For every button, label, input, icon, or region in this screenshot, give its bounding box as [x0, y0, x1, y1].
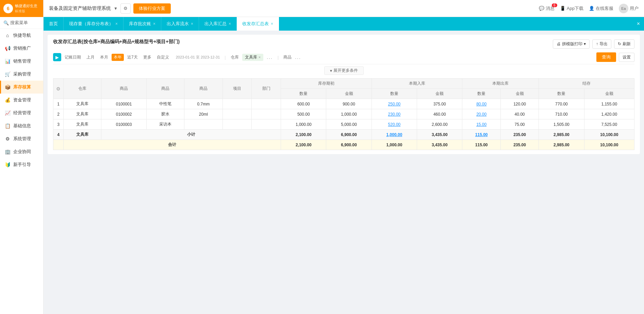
tab-in-out-summary-close[interactable]: × [229, 21, 231, 26]
sidebar: 6 畅捷通好生意 标准版 🔍 搜索菜单 ⌂ 快捷导航 📢 营销推广 📊 销售管理… [0, 0, 44, 314]
logo-title: 畅捷通好生意 [15, 3, 37, 9]
online-service-button[interactable]: 👤 在线客服 [589, 5, 613, 12]
message-icon: 💬 [539, 6, 544, 11]
row-in-qty[interactable]: 520.00 [371, 119, 417, 130]
expand-button[interactable]: ▾ 展开更多条件 [324, 66, 364, 75]
settings-button[interactable]: ⚙ [120, 3, 131, 14]
tab-stock-dist-close[interactable]: × [115, 21, 118, 26]
sidebar-item-label: 营销推广 [13, 45, 31, 51]
tab-in-out-flow-close[interactable]: × [191, 21, 193, 26]
tab-stock-dist[interactable]: 现存量（库存分布表） × [64, 17, 123, 31]
subtotal-row: 4 文具库 小计 2,100.00 6,900.00 1,000.00 3,43… [53, 130, 634, 140]
row-out-qty[interactable]: 15.00 [462, 119, 500, 130]
print-button[interactable]: 🖨 拼模版打印 ▾ [553, 39, 590, 49]
export-icon: ↑ [596, 42, 598, 46]
message-button[interactable]: 💬 消息 6 [539, 5, 555, 12]
row-out-qty[interactable]: 80.00 [462, 99, 500, 109]
print-label: 拼模版打印 [562, 41, 582, 47]
row-no: 1 [53, 99, 64, 109]
col-setting-header[interactable]: ⚙ [53, 79, 64, 99]
row-in-qty[interactable]: 230.00 [371, 109, 417, 119]
row-goods-code: 0100001 [101, 99, 146, 109]
app-download-button[interactable]: 📱 App下载 [560, 5, 583, 12]
table-row: 2 文具库 0100002 胶水 20ml 500.00 1,000.00 23… [53, 109, 634, 119]
refresh-button[interactable]: ↻ 刷新 [614, 39, 634, 49]
row-opening-qty: 500.00 [281, 109, 326, 119]
subtotal-no: 4 [53, 130, 64, 140]
date-opt-this-year[interactable]: 本年 [112, 54, 124, 61]
tab-stock-dist-label: 现存量（库存分布表） [69, 21, 113, 27]
tab-in-out-summary[interactable]: 出入库汇总 × [199, 17, 237, 31]
guide-icon: 🔰 [4, 162, 11, 167]
sidebar-item-basic[interactable]: 📋 基础信息 [0, 119, 43, 132]
th-closing-amt: 金额 [584, 89, 634, 99]
row-no: 2 [53, 109, 64, 119]
row-project [222, 109, 252, 119]
sidebar-item-operation[interactable]: 📈 经营管理 [0, 106, 43, 119]
sidebar-item-label: 库存核算 [13, 84, 31, 90]
row-project [222, 119, 252, 130]
sidebar-item-guide[interactable]: 🔰 新手引导 [0, 158, 43, 171]
sidebar-search[interactable]: 🔍 搜索菜单 [0, 17, 43, 29]
th-in-group: 本期入库 [371, 79, 462, 89]
filter-toggle[interactable]: ▶ [53, 53, 61, 61]
row-out-qty[interactable]: 20.00 [462, 109, 500, 119]
row-closing-qty: 710.00 [539, 109, 584, 119]
expand-row: ▾ 展开更多条件 [53, 66, 634, 75]
tab-receive-send-close[interactable]: × [271, 21, 273, 26]
warehouse-tag-remove[interactable]: × [259, 55, 261, 59]
date-opt-last-month[interactable]: 上月 [84, 54, 97, 61]
table-row: 3 文具库 0100003 采访本 1,000.00 5,000.00 520.… [53, 119, 634, 130]
row-warehouse: 文具库 [64, 99, 101, 109]
query-button[interactable]: 查询 [596, 52, 616, 62]
sales-icon: 📊 [4, 59, 11, 64]
search-icon: 🔍 [3, 20, 9, 26]
th-opening-qty: 数量 [281, 89, 326, 99]
subtotal-closing-qty: 2,985.00 [539, 130, 584, 140]
warehouse-more[interactable]: ... [267, 54, 273, 60]
total-opening-amt: 6,900.00 [326, 140, 371, 150]
sidebar-item-purchase[interactable]: 🛒 采购管理 [0, 68, 43, 81]
export-button[interactable]: ↑ 导出 [592, 39, 611, 49]
sidebar-item-quick-nav[interactable]: ⌂ 快捷导航 [0, 29, 43, 42]
system-dropdown[interactable]: ▼ [114, 6, 118, 11]
date-options: 上月 本月 本年 近7天 更多 自定义 [84, 54, 171, 61]
service-icon: 👤 [589, 6, 594, 11]
row-no: 3 [53, 119, 64, 130]
trial-button[interactable]: 体验行业方案 [133, 3, 171, 14]
date-opt-more[interactable]: 更多 [141, 54, 153, 61]
goods-more[interactable]: ... [295, 54, 301, 60]
column-setting-button[interactable]: 设置 [619, 53, 634, 62]
sidebar-item-marketing[interactable]: 📢 营销推广 [0, 42, 43, 55]
sidebar-item-finance[interactable]: 💰 资金管理 [0, 94, 43, 106]
tab-batch-ledger-close[interactable]: × [153, 21, 155, 26]
row-in-qty[interactable]: 250.00 [371, 99, 417, 109]
user-avatar: Ea [619, 4, 628, 13]
logo-subtitle: 标准版 [15, 9, 37, 14]
table-gear-icon[interactable]: ⚙ [56, 86, 61, 92]
sidebar-item-system[interactable]: ⚙ 系统管理 [0, 132, 43, 145]
tab-batch-ledger[interactable]: 库存批次账 × [123, 17, 161, 31]
th-warehouse: 仓库 [64, 79, 101, 99]
tab-in-out-flow[interactable]: 出入库流水 × [161, 17, 199, 31]
row-closing-amt: 1,420.00 [584, 109, 634, 119]
row-opening-amt: 5,000.00 [326, 119, 371, 130]
tab-home[interactable]: 首页 [44, 17, 64, 31]
th-in-amt: 金额 [417, 89, 462, 99]
system-title: 装备及固定资产辅助管理系统 [49, 5, 111, 12]
tab-receive-send[interactable]: 收发存汇总表 × [237, 17, 279, 31]
sidebar-item-label: 企业协同 [13, 149, 31, 155]
sidebar-item-enterprise[interactable]: 🏢 企业协同 [0, 145, 43, 158]
user-avatar-button[interactable]: Ea 用户 [619, 4, 639, 13]
tab-bar-close[interactable]: × [637, 21, 640, 27]
row-goods-name: 中性笔 [147, 99, 184, 109]
date-opt-this-month[interactable]: 本月 [98, 54, 110, 61]
row-in-amt: 375.00 [417, 99, 462, 109]
subtotal-in-amt: 3,435.00 [417, 130, 462, 140]
date-opt-7days[interactable]: 近7天 [125, 54, 140, 61]
sidebar-item-inventory[interactable]: 📦 库存核算 [0, 81, 43, 94]
total-in-qty: 1,000.00 [371, 140, 417, 150]
app-icon: 📱 [560, 6, 565, 11]
sidebar-item-sales[interactable]: 📊 销售管理 [0, 55, 43, 68]
date-opt-custom[interactable]: 自定义 [155, 54, 171, 61]
